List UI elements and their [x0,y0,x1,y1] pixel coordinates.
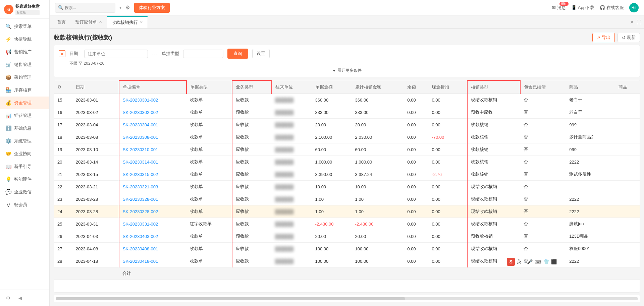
row-included: 否 [520,119,566,131]
row-product2-img [615,230,640,243]
app-download-btn[interactable]: 📱 App下载 [571,5,594,11]
row-included: 否 [520,131,566,143]
sidebar-item-member[interactable]: V畅会员 [0,198,49,211]
bill-link[interactable]: SK-20230308-001 [123,135,158,140]
bill-link[interactable]: SK-20230321-003 [123,184,158,189]
sidebar-item-search[interactable]: 🔍搜索菜单 [0,20,49,33]
industry-btn[interactable]: 体验行业方案 [134,3,170,13]
bill-link[interactable]: SK-20230418-001 [123,259,158,264]
close-tab-icon[interactable]: ✕ [630,19,634,25]
unit-input[interactable] [84,50,148,58]
row-product2-img [615,143,640,156]
bill-link[interactable]: SK-20230314-001 [123,160,158,165]
sidebar-item-guide[interactable]: 📖新手引导 [0,160,49,173]
sidebar-item-quick[interactable]: ⚡快捷导航 [0,33,49,46]
table-header: ⚙日期单据编号单据类型业务类型往来单位单据金额累计核销金额余额现金折扣核销类型包… [54,80,640,94]
row-bill-no[interactable]: SK-20230331-002 [119,218,186,230]
tab-actions: ✕ ⛶ [630,19,641,25]
row-biz-type: 应收款 [232,156,272,168]
messages-btn[interactable]: ✉ 消息 99+ [552,5,566,11]
export-btn[interactable]: ↗ 导出 [592,33,615,42]
gear-icon[interactable]: ⚙ [125,4,130,11]
sidebar-item-inventory[interactable]: 🏪库存核算 [0,84,49,97]
tab-close-collection[interactable]: ✕ [140,20,143,24]
sidebar-item-marketing[interactable]: 📢营销推广 [0,46,49,58]
bill-link[interactable]: SK-20230331-002 [123,222,158,227]
row-bill-no[interactable]: SK-20230408-001 [119,243,186,255]
bill-link[interactable]: SK-20230304-001 [123,122,158,127]
expand-more-btn[interactable]: ▼ 展开更多条件 [332,68,362,73]
table-gear-col[interactable]: ⚙ [54,80,72,94]
row-bill-no[interactable]: SK-20230403-002 [119,230,186,243]
search-input[interactable] [65,5,112,10]
row-bill-no[interactable]: SK-20230302-002 [119,106,186,119]
tab-home[interactable]: 首页 [52,16,70,28]
tab-close-prepay[interactable]: ✕ [99,20,102,24]
collapse-icon[interactable]: ◀ [15,293,25,303]
sidebar-label-hardware: 智能硬件 [14,176,32,182]
row-bill-no[interactable]: SK-20230314-001 [119,156,186,168]
sidebar-item-basic[interactable]: ℹ️基础信息 [0,122,49,135]
bill-link[interactable]: SK-20230302-002 [123,110,158,115]
row-unit: ██████ [272,106,312,119]
row-bill-no[interactable]: SK-20230308-001 [119,131,186,143]
online-service-btn[interactable]: 🎧 在线客服 [600,5,624,11]
row-bill-no[interactable]: SK-20230310-001 [119,143,186,156]
sidebar-item-hardware[interactable]: 💡智能硬件 [0,173,49,186]
col-header-1: 单据编号 [119,80,186,94]
table-row: 172023-03-04SK-20230304-001收款单应收款██████2… [54,119,640,131]
row-bill-no[interactable]: SK-20230328-001 [119,193,186,205]
bill-link[interactable]: SK-20230408-001 [123,246,158,251]
query-btn[interactable]: 查询 [227,49,248,59]
settings-icon[interactable]: ⚙ [3,293,13,303]
sidebar-label-member: 畅会员 [14,202,27,208]
row-biz-type: 应收款 [232,181,272,193]
row-bill-no[interactable]: SK-20230301-002 [119,94,186,106]
row-bill-no[interactable]: SK-20230304-001 [119,119,186,131]
tab-prepay[interactable]: 预订应付单✕ [70,16,107,28]
refresh-btn[interactable]: ↺ 刷新 [618,33,640,42]
sidebar-item-purchase[interactable]: 📦采购管理 [0,71,49,84]
avatar[interactable]: Rit [629,3,639,12]
bill-link[interactable]: SK-20230403-002 [123,234,158,239]
sidebar-item-wechat[interactable]: 💬企业微信 [0,186,49,198]
sidebar-label-quick: 快捷导航 [14,36,32,42]
row-verify-type: 收款核销 [467,168,520,181]
message-badge: 99+ [559,2,569,6]
bill-link[interactable]: SK-20230315-002 [123,172,158,177]
bill-type-select[interactable] [183,50,223,58]
table-row: 222023-03-21SK-20230321-003收款单应收款██████1… [54,181,640,193]
bill-link[interactable]: SK-20230328-002 [123,209,158,214]
row-balance: 0.00 [404,193,428,205]
row-unit: ██████ [272,119,312,131]
filter-settings-btn[interactable]: 设置 [252,49,270,58]
row-balance: 0.00 [404,230,428,243]
chevron-down-icon[interactable]: ▾ [119,5,121,10]
tab-collection[interactable]: 收款核销执行✕ [107,16,148,28]
sidebar-item-finance[interactable]: 💰资金管理 [0,97,49,109]
bill-link[interactable]: SK-20230301-002 [123,98,158,103]
row-product2-img [615,205,640,218]
sidebar-item-business[interactable]: 📊经营管理 [0,109,49,122]
sidebar-label-finance: 资金管理 [14,100,32,106]
search-box[interactable]: 🔍 [55,3,115,13]
bill-link[interactable]: SK-20230328-001 [123,197,158,202]
table-row: 192023-03-10SK-20230310-001收款单应收款██████6… [54,143,640,156]
row-no: 15 [54,94,72,106]
sidebar-item-system[interactable]: ⚙️系统管理 [0,135,49,147]
sidebar-item-sales[interactable]: 🛒销售管理 [0,58,49,71]
bill-link[interactable]: SK-20230310-001 [123,147,158,152]
row-bill-no[interactable]: SK-20230315-002 [119,168,186,181]
row-biz-type: 应收款 [232,143,272,156]
basic-icon: ℹ️ [5,125,11,131]
row-total: 360.00 [352,94,404,106]
row-bill-no[interactable]: SK-20230328-002 [119,205,186,218]
row-discount: -70.00 [428,131,467,143]
maximize-icon[interactable]: ⛶ [637,19,641,25]
sidebar-item-enterprise[interactable]: 🤝企业协同 [0,147,49,160]
row-bill-no[interactable]: SK-20230321-003 [119,181,186,193]
gear-table-icon[interactable]: ⚙ [57,84,61,89]
row-biz-type: 应收款 [232,94,272,106]
filter-toggle-btn[interactable]: » [59,50,65,57]
row-bill-no[interactable]: SK-20230418-001 [119,255,186,267]
